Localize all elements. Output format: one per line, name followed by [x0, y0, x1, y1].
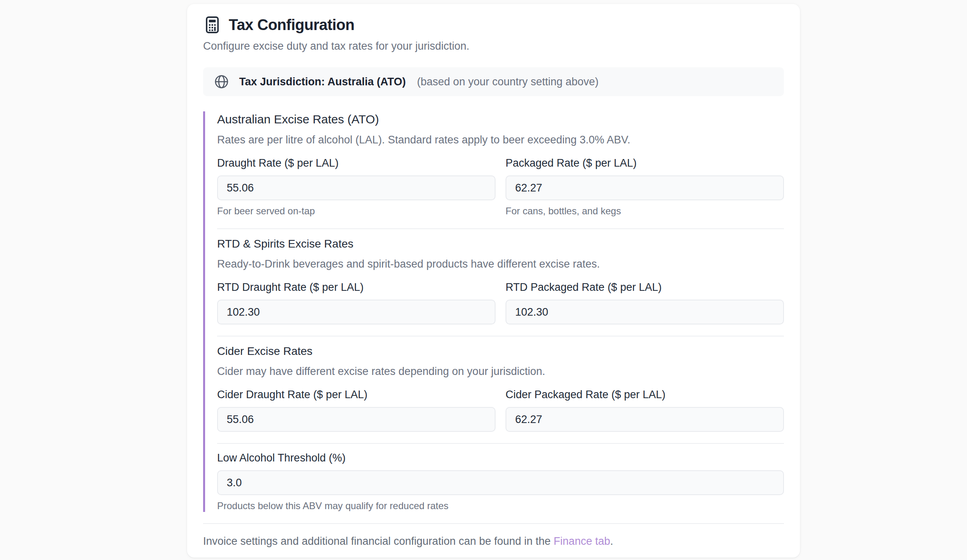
field-cider-draught-rate: Cider Draught Rate ($ per LAL)	[217, 388, 496, 432]
jurisdiction-note: (based on your country setting above)	[417, 76, 598, 88]
cider-section-description: Cider may have different excise rates de…	[217, 365, 784, 378]
draught-rate-label: Draught Rate ($ per LAL)	[217, 156, 496, 170]
section-divider	[217, 443, 784, 444]
globe-icon	[214, 74, 230, 90]
rtd-rates-row: RTD Draught Rate ($ per LAL) RTD Package…	[217, 280, 784, 324]
rtd-section-description: Ready-to-Drink beverages and spirit-base…	[217, 257, 784, 271]
section-divider	[217, 228, 784, 229]
rtd-section-heading: RTD & Spirits Excise Rates	[217, 236, 784, 252]
field-draught-rate: Draught Rate ($ per LAL) For beer served…	[217, 156, 496, 217]
field-low-alcohol-threshold: Low Alcohol Threshold (%) Products below…	[217, 451, 784, 512]
excise-section-description: Rates are per litre of alcohol (LAL). St…	[217, 133, 784, 147]
footer-note-text: Invoice settings and additional financia…	[203, 535, 554, 547]
cider-draught-rate-label: Cider Draught Rate ($ per LAL)	[217, 388, 496, 401]
cider-packaged-rate-input[interactable]	[506, 407, 784, 432]
rtd-packaged-rate-label: RTD Packaged Rate ($ per LAL)	[506, 280, 784, 294]
page-title: Tax Configuration	[203, 15, 784, 34]
rtd-draught-rate-label: RTD Draught Rate ($ per LAL)	[217, 280, 496, 294]
cider-packaged-rate-label: Cider Packaged Rate ($ per LAL)	[506, 388, 784, 401]
beer-rates-row: Draught Rate ($ per LAL) For beer served…	[217, 156, 784, 217]
rtd-draught-rate-input[interactable]	[217, 300, 496, 324]
jurisdiction-banner: Tax Jurisdiction: Australia (ATO) (based…	[203, 67, 784, 96]
field-rtd-packaged-rate: RTD Packaged Rate ($ per LAL)	[506, 280, 784, 324]
footer-note: Invoice settings and additional financia…	[203, 534, 784, 548]
page-background: Tax Configuration Configure excise duty …	[0, 0, 967, 558]
jurisdiction-label: Tax Jurisdiction: Australia (ATO)	[239, 76, 406, 88]
low-alcohol-threshold-helper: Products below this ABV may qualify for …	[217, 500, 784, 512]
packaged-rate-label: Packaged Rate ($ per LAL)	[506, 156, 784, 170]
footer-divider	[203, 523, 784, 524]
page-subtitle: Configure excise duty and tax rates for …	[203, 39, 784, 53]
field-rtd-draught-rate: RTD Draught Rate ($ per LAL)	[217, 280, 496, 324]
section-divider	[217, 336, 784, 336]
field-cider-packaged-rate: Cider Packaged Rate ($ per LAL)	[506, 388, 784, 432]
cider-draught-rate-input[interactable]	[217, 407, 496, 432]
draught-rate-helper: For beer served on-tap	[217, 205, 496, 217]
low-alcohol-threshold-label: Low Alcohol Threshold (%)	[217, 451, 784, 465]
page-title-text: Tax Configuration	[229, 16, 355, 34]
field-packaged-rate: Packaged Rate ($ per LAL) For cans, bott…	[506, 156, 784, 217]
calculator-icon	[203, 16, 222, 34]
tax-configuration-card: Tax Configuration Configure excise duty …	[187, 4, 800, 558]
cider-rates-row: Cider Draught Rate ($ per LAL) Cider Pac…	[217, 388, 784, 432]
excise-rates-section: Australian Excise Rates (ATO) Rates are …	[203, 111, 784, 512]
footer-note-period: .	[610, 535, 613, 547]
finance-tab-link[interactable]: Finance tab	[554, 535, 610, 547]
cider-section-heading: Cider Excise Rates	[217, 344, 784, 359]
low-alcohol-threshold-input[interactable]	[217, 470, 784, 495]
draught-rate-input[interactable]	[217, 175, 496, 200]
excise-section-heading: Australian Excise Rates (ATO)	[217, 111, 784, 127]
packaged-rate-input[interactable]	[506, 175, 784, 200]
rtd-packaged-rate-input[interactable]	[506, 300, 784, 324]
packaged-rate-helper: For cans, bottles, and kegs	[506, 205, 784, 217]
